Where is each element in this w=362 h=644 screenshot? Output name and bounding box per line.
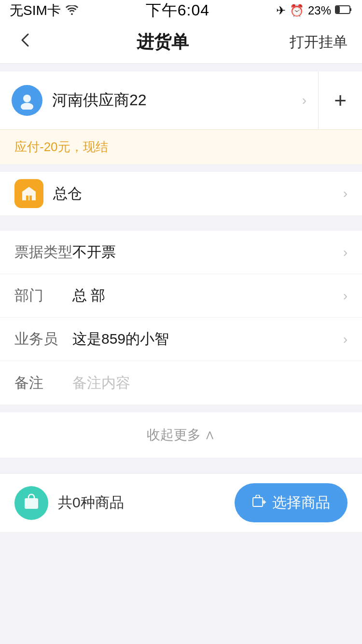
open-pending-button[interactable]: 打开挂单	[290, 32, 348, 52]
salesperson-row[interactable]: 业务员 这是859的小智 ›	[0, 318, 362, 361]
add-icon: +	[334, 88, 347, 112]
product-count: 共0种商品	[58, 493, 225, 513]
warehouse-row[interactable]: 总仓 ›	[0, 172, 362, 215]
salesperson-chevron-icon: ›	[343, 332, 348, 347]
page-background	[0, 532, 362, 644]
battery-icon	[335, 4, 352, 17]
salesperson-value: 这是859的小智	[72, 329, 343, 349]
select-product-button[interactable]: 选择商品	[235, 483, 348, 522]
page-title: 进货单	[137, 30, 189, 54]
wifi-icon	[65, 3, 79, 18]
invoice-type-chevron-icon: ›	[343, 245, 348, 260]
fields-section: 票据类型 不开票 › 部门 总 部 › 业务员 这是859的小智 › 备注 备注…	[0, 231, 362, 405]
remark-label: 备注	[14, 373, 72, 393]
invoice-type-value: 不开票	[72, 242, 343, 262]
salesperson-label: 业务员	[14, 329, 72, 349]
warehouse-name: 总仓	[53, 184, 343, 204]
carrier-text: 无SIM卡	[10, 1, 61, 20]
svg-rect-6	[29, 196, 32, 200]
section-gap-1	[0, 64, 362, 71]
remark-row[interactable]: 备注 备注内容	[0, 361, 362, 405]
remark-value: 备注内容	[72, 373, 348, 393]
battery-text: 23%	[308, 4, 331, 17]
status-bar: 无SIM卡 下午6:04 ✈ ⏰ 23%	[0, 0, 362, 21]
section-gap-3	[0, 215, 362, 223]
department-row[interactable]: 部门 总 部 ›	[0, 274, 362, 318]
department-chevron-icon: ›	[343, 288, 348, 304]
svg-rect-7	[25, 498, 38, 509]
warehouse-icon-wrap	[14, 179, 43, 208]
add-supplier-button[interactable]: +	[319, 75, 362, 126]
cart-icon-wrap	[14, 486, 48, 520]
section-gap-2	[0, 164, 362, 172]
collapse-label: 收起更多 ∧	[147, 426, 216, 444]
svg-rect-8	[253, 498, 263, 506]
select-product-icon	[252, 495, 266, 511]
section-gap-4	[0, 458, 362, 465]
invoice-type-row[interactable]: 票据类型 不开票 ›	[0, 231, 362, 274]
supplier-section: 河南供应商22 › +	[0, 71, 362, 129]
warehouse-section: 总仓 ›	[0, 172, 362, 215]
status-right: ✈ ⏰ 23%	[276, 4, 352, 17]
collapse-row[interactable]: 收起更多 ∧	[0, 412, 362, 458]
alarm-icon: ⏰	[290, 4, 304, 17]
supplier-chevron-icon: ›	[302, 93, 306, 108]
bottom-bar: 共0种商品 选择商品	[0, 473, 362, 532]
location-icon: ✈	[276, 4, 286, 17]
notice-banner: 应付-20元，现结	[0, 129, 362, 164]
supplier-avatar	[12, 85, 42, 116]
department-label: 部门	[14, 286, 72, 306]
status-time: 下午6:04	[146, 0, 209, 21]
supplier-selector[interactable]: 河南供应商22 ›	[0, 71, 319, 129]
warehouse-chevron-icon: ›	[343, 186, 348, 201]
nav-bar: 进货单 打开挂单	[0, 21, 362, 64]
svg-point-3	[23, 95, 31, 102]
supplier-name: 河南供应商22	[52, 90, 297, 111]
status-left: 无SIM卡	[10, 1, 79, 20]
svg-point-4	[21, 103, 33, 110]
svg-rect-1	[350, 8, 351, 11]
department-value: 总 部	[72, 286, 343, 306]
notice-text: 应付-20元，现结	[14, 140, 108, 154]
svg-rect-5	[26, 196, 28, 200]
invoice-type-label: 票据类型	[14, 242, 72, 262]
select-product-label: 选择商品	[272, 493, 330, 513]
back-button[interactable]	[14, 26, 36, 59]
svg-rect-2	[336, 6, 340, 13]
